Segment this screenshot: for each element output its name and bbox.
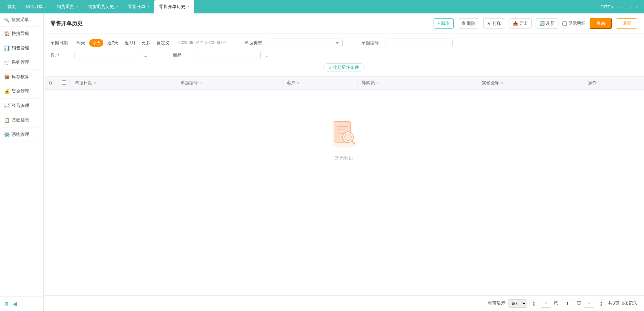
- collapse-bar: ∧ 收起更多条件: [50, 63, 637, 71]
- tab-home-label: 首页: [7, 4, 16, 10]
- product-ellipsis[interactable]: ...: [266, 53, 270, 58]
- tab-sales-return-close[interactable]: ×: [76, 4, 79, 9]
- sidebar-bottom: ⚙ ◀: [0, 296, 43, 311]
- show-detail-input[interactable]: [562, 21, 567, 26]
- th-date-sort[interactable]: 单据日期 ⇅: [75, 80, 172, 86]
- customer-input[interactable]: [75, 51, 138, 59]
- th-customer-sort-icon: ⇅: [297, 81, 299, 85]
- date-option-more[interactable]: 更多: [140, 39, 152, 47]
- tab-retail-open-history-close[interactable]: ×: [187, 4, 190, 9]
- type-filter-label: 单据类型: [245, 40, 263, 46]
- table-header-row: ⚙ 单据日期 ⇅ 单据编号: [44, 76, 644, 90]
- page-suffix: 页: [577, 300, 581, 306]
- sidebar-item-basic-info[interactable]: 📋 基础信息: [0, 113, 43, 127]
- export-button[interactable]: 📤 导出: [509, 18, 532, 29]
- empty-text: 暂无数据: [335, 155, 353, 161]
- th-action-label: 操作: [588, 80, 597, 85]
- page-header: 零售开单历史 + 新增 🗑 删除 🖨 打印 📤 导出 🔄 刷新 显示明细 查询 …: [44, 13, 644, 34]
- page-first-btn[interactable]: ⟪: [530, 300, 538, 307]
- sidebar-search[interactable]: 🔍 搜索采单: [0, 13, 43, 27]
- date-option-yesterday[interactable]: 昨天: [75, 39, 87, 47]
- sidebar-search-label: 搜索采单: [11, 17, 29, 23]
- type-select[interactable]: [269, 39, 343, 47]
- customer-ellipsis[interactable]: ...: [144, 53, 147, 58]
- sidebar-item-basic-info-label: 基础信息: [12, 117, 29, 123]
- tab-sales-return-history-close[interactable]: ×: [116, 4, 118, 9]
- tab-sales-return-history[interactable]: 销货退货历史 ×: [83, 0, 123, 13]
- search-icon: 🔍: [4, 17, 9, 22]
- print-button[interactable]: 🖨 打印: [483, 18, 505, 29]
- tab-home[interactable]: 首页: [3, 0, 21, 13]
- empty-illustration: [327, 116, 361, 150]
- date-option-last7[interactable]: 近7天: [105, 39, 120, 47]
- date-option-today[interactable]: 今天: [89, 39, 103, 47]
- th-spacer: [448, 76, 478, 90]
- sidebar-item-system-mgmt[interactable]: ⚙️ 系统管理: [0, 127, 43, 142]
- sidebar-item-operations[interactable]: 📈 经营管理: [0, 99, 43, 113]
- settings-button[interactable]: 设置: [616, 18, 637, 29]
- window-close[interactable]: ×: [636, 4, 639, 9]
- sidebar: 🔍 搜索采单 🏠 快捷导航 📊 销售管理 🛒 采购管理 📦 库存核算 💰 资金管…: [0, 13, 44, 311]
- th-customer-label: 客户: [287, 80, 295, 86]
- home-icon: 🏠: [4, 31, 10, 36]
- number-input[interactable]: [386, 39, 453, 47]
- show-detail-checkbox[interactable]: 显示明细: [562, 20, 586, 27]
- sidebar-item-system-label: 系统管理: [12, 132, 29, 138]
- filter-row-1: 单据日期 昨天 今天 近7天 近1月 更多 自定义 2023-06-02 至 2…: [50, 39, 637, 47]
- new-button[interactable]: + 新增: [434, 18, 453, 29]
- total-records: 共0页, 0条记录: [608, 300, 637, 306]
- th-customer-sort[interactable]: 客户 ⇅: [287, 80, 353, 86]
- collapse-button[interactable]: ∧ 收起更多条件: [323, 63, 365, 71]
- sidebar-item-operations-label: 经营管理: [12, 103, 29, 109]
- window-minimize[interactable]: —: [618, 4, 623, 9]
- customer-filter-label: 客户: [50, 52, 69, 58]
- sidebar-item-purchase-mgmt[interactable]: 🛒 采购管理: [0, 55, 43, 70]
- tab-sales-order-close[interactable]: ×: [45, 4, 47, 9]
- inventory-icon: 📦: [4, 74, 10, 80]
- sidebar-item-quick-nav[interactable]: 🏠 快捷导航: [0, 27, 43, 41]
- app-title: OfTEn: [600, 4, 613, 9]
- sidebar-item-inventory[interactable]: 📦 库存核算: [0, 70, 43, 84]
- gear-icon[interactable]: ⚙: [48, 81, 52, 86]
- page-label: 第: [554, 300, 558, 306]
- tab-retail-open-close[interactable]: ×: [147, 4, 150, 9]
- tab-sales-order[interactable]: 销售订单 ×: [21, 0, 52, 13]
- page-last-btn[interactable]: ⟫: [597, 300, 605, 307]
- product-input[interactable]: [197, 51, 261, 59]
- refresh-button[interactable]: 🔄 刷新: [536, 18, 558, 29]
- per-page-select[interactable]: 50 10 20 100: [508, 299, 527, 308]
- operations-icon: 📈: [4, 103, 10, 108]
- th-action: 操作: [584, 76, 644, 90]
- table-area: ⚙ 单据日期 ⇅ 单据编号: [44, 76, 644, 295]
- page-prev-btn[interactable]: ＜: [541, 299, 551, 308]
- th-number-sort-icon: ⇅: [199, 81, 202, 85]
- sidebar-collapse-icon[interactable]: ◀: [13, 301, 17, 307]
- th-guide-sort[interactable]: 导购员 ⇅: [362, 80, 444, 86]
- page-next-btn[interactable]: ＞: [584, 299, 594, 308]
- sidebar-item-sales-mgmt[interactable]: 📊 销售管理: [0, 41, 43, 55]
- sidebar-item-finance[interactable]: 💰 资金管理: [0, 84, 43, 99]
- table-header: ⚙ 单据日期 ⇅ 单据编号: [44, 76, 644, 90]
- tab-retail-open-history[interactable]: 零售开单历史 ×: [154, 0, 194, 13]
- th-checkbox[interactable]: [57, 76, 70, 90]
- date-option-last-month[interactable]: 近1月: [122, 39, 138, 47]
- th-amount-sort-icon: ⇅: [501, 81, 503, 85]
- select-all-checkbox[interactable]: [62, 80, 66, 85]
- tab-retail-open[interactable]: 零售开单 ×: [123, 0, 154, 13]
- window-restore[interactable]: □: [628, 4, 631, 9]
- sidebar-item-finance-label: 资金管理: [12, 88, 29, 94]
- th-number-sort[interactable]: 单据编号 ⇅: [181, 80, 278, 86]
- th-customer: 客户 ⇅: [283, 76, 358, 90]
- query-button[interactable]: 查询: [590, 18, 612, 29]
- date-options: 昨天 今天 近7天 近1月 更多 自定义: [75, 39, 171, 47]
- th-gear[interactable]: ⚙: [44, 76, 57, 90]
- page-number-input[interactable]: [561, 300, 574, 307]
- tab-sales-return[interactable]: 销货退货 ×: [52, 0, 83, 13]
- page-title: 零售开单历史: [50, 20, 83, 27]
- date-option-custom[interactable]: 自定义: [154, 39, 171, 47]
- collapse-label: 收起更多条件: [333, 64, 359, 70]
- delete-button[interactable]: 🗑 删除: [458, 18, 480, 29]
- th-amount-sort[interactable]: 实销金额 ⇅: [482, 80, 580, 86]
- show-detail-label: 显示明细: [568, 20, 586, 27]
- settings-gear-icon[interactable]: ⚙: [4, 301, 9, 307]
